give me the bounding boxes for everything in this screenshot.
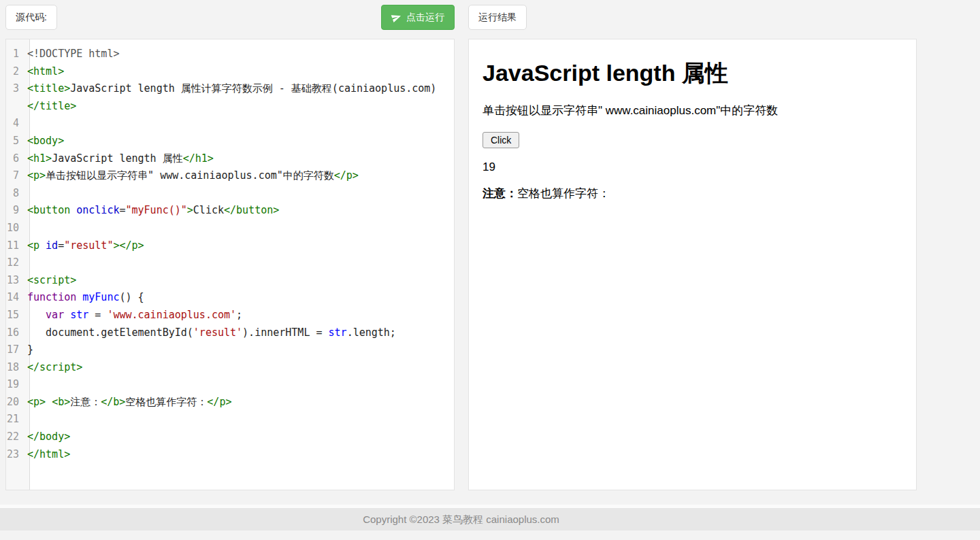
code-text: } — [24, 341, 454, 359]
code-text: <script> — [24, 272, 454, 290]
code-line: 11<p id="result"></p> — [6, 237, 454, 255]
code-text: <button onclick="myFunc()">Click</button… — [24, 202, 454, 220]
code-line: 22</body> — [6, 428, 454, 446]
result-note: 注意：空格也算作字符： — [483, 186, 902, 201]
line-number: 21 — [6, 411, 24, 428]
line-number: 2 — [6, 63, 24, 81]
line-number: 4 — [6, 115, 24, 133]
line-number: 1 — [6, 46, 24, 63]
result-description: 单击按钮以显示字符串" www.cainiaoplus.com"中的字符数 — [483, 103, 902, 118]
result-note-rest: 空格也算作字符： — [517, 187, 610, 200]
result-column: 运行结果 JavaScript length 属性 单击按钮以显示字符串" ww… — [468, 0, 917, 490]
code-line: 16 document.getElementById('result').inn… — [6, 324, 454, 342]
footer-gap — [0, 490, 980, 505]
result-header: 运行结果 — [468, 0, 917, 39]
code-text: function myFunc() { — [24, 289, 454, 307]
footer: Copyright ©2023 菜鸟教程 cainiaoplus.com — [0, 508, 980, 530]
code-text: </script> — [24, 359, 454, 377]
send-icon — [391, 12, 402, 22]
source-code-panel: 1<!DOCTYPE html>2<html>3<title>JavaScrip… — [5, 39, 455, 490]
code-text: document.getElementById('result').innerH… — [24, 324, 454, 342]
line-number: 16 — [6, 324, 24, 342]
line-number: 23 — [6, 446, 24, 464]
line-number: 18 — [6, 359, 24, 377]
code-text: var str = 'www.cainiaoplus.com'; — [24, 307, 454, 324]
result-output: 19 — [483, 161, 902, 174]
source-header: 源代码: 点击运行 — [5, 0, 455, 39]
line-number: 3 — [6, 80, 24, 115]
code-line: 3<title>JavaScript length 属性计算字符数示例 - 基础… — [6, 80, 454, 115]
line-number: 6 — [6, 150, 24, 168]
code-editor[interactable]: 1<!DOCTYPE html>2<html>3<title>JavaScrip… — [6, 39, 454, 490]
line-number: 13 — [6, 272, 24, 290]
result-body: JavaScript length 属性 单击按钮以显示字符串" www.cai… — [469, 39, 916, 214]
code-text: <h1>JavaScript length 属性</h1> — [24, 150, 454, 168]
line-number: 19 — [6, 376, 24, 394]
line-number: 12 — [6, 254, 24, 272]
code-text — [24, 376, 454, 394]
line-number: 22 — [6, 428, 24, 446]
code-line: 4 — [6, 115, 454, 133]
code-text — [24, 411, 454, 428]
code-text: </body> — [24, 428, 454, 446]
code-line: 18</script> — [6, 359, 454, 377]
line-number: 7 — [6, 167, 24, 185]
result-heading: JavaScript length 属性 — [483, 58, 902, 89]
code-text: <title>JavaScript length 属性计算字符数示例 - 基础教… — [24, 80, 454, 115]
main-columns: 源代码: 点击运行 1<!DOCTYPE html>2<html>3<title… — [5, 0, 917, 490]
code-line: 5<body> — [6, 133, 454, 150]
code-line: 15 var str = 'www.cainiaoplus.com'; — [6, 307, 454, 324]
code-line: 14function myFunc() { — [6, 289, 454, 307]
code-line: 20<p> <b>注意：</b>空格也算作字符：</p> — [6, 394, 454, 411]
code-line: 23</html> — [6, 446, 454, 464]
code-line: 6<h1>JavaScript length 属性</h1> — [6, 150, 454, 168]
code-line: 2<html> — [6, 63, 454, 81]
click-button[interactable]: Click — [483, 132, 519, 148]
code-line: 10 — [6, 220, 454, 237]
run-button[interactable]: 点击运行 — [381, 5, 455, 30]
result-panel: JavaScript length 属性 单击按钮以显示字符串" www.cai… — [468, 39, 917, 490]
line-number: 5 — [6, 133, 24, 150]
source-code-label: 源代码: — [5, 5, 57, 30]
code-text: <p id="result"></p> — [24, 237, 454, 255]
code-line: 13<script> — [6, 272, 454, 290]
code-line: 12 — [6, 254, 454, 272]
code-lines: 1<!DOCTYPE html>2<html>3<title>JavaScrip… — [6, 46, 454, 463]
code-text: </html> — [24, 446, 454, 464]
run-result-label: 运行结果 — [468, 5, 527, 30]
line-number: 20 — [6, 394, 24, 411]
code-text: <p>单击按钮以显示字符串" www.cainiaoplus.com"中的字符数… — [24, 167, 454, 185]
line-number: 14 — [6, 289, 24, 307]
code-line: 9<button onclick="myFunc()">Click</butto… — [6, 202, 454, 220]
code-text — [24, 254, 454, 272]
code-text: <!DOCTYPE html> — [24, 46, 454, 63]
line-number: 15 — [6, 307, 24, 324]
code-line: 19 — [6, 376, 454, 394]
code-text: <html> — [24, 63, 454, 81]
line-number: 17 — [6, 341, 24, 359]
code-line: 17} — [6, 341, 454, 359]
line-number: 11 — [6, 237, 24, 255]
line-number: 9 — [6, 202, 24, 220]
code-text: <body> — [24, 133, 454, 150]
code-text — [24, 220, 454, 237]
line-number: 8 — [6, 185, 24, 203]
code-line: 21 — [6, 411, 454, 428]
code-text — [24, 185, 454, 203]
code-text — [24, 115, 454, 133]
line-number: 10 — [6, 220, 24, 237]
run-button-label: 点击运行 — [406, 12, 444, 23]
code-line: 8 — [6, 185, 454, 203]
code-line: 1<!DOCTYPE html> — [6, 46, 454, 63]
code-line: 7<p>单击按钮以显示字符串" www.cainiaoplus.com"中的字符… — [6, 167, 454, 185]
result-note-bold: 注意： — [483, 187, 517, 200]
code-text: <p> <b>注意：</b>空格也算作字符：</p> — [24, 394, 454, 411]
source-column: 源代码: 点击运行 1<!DOCTYPE html>2<html>3<title… — [5, 0, 455, 490]
footer-copyright: Copyright ©2023 菜鸟教程 cainiaoplus.com — [5, 508, 917, 530]
